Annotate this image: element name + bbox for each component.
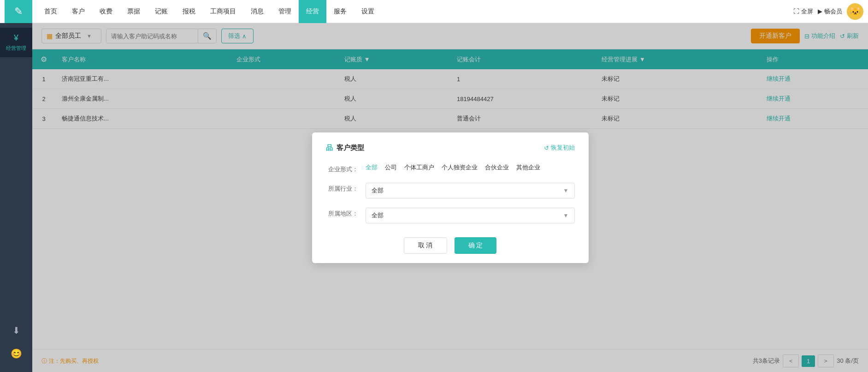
sidebar-bottom: ⬇ 😊 [7,321,26,372]
sidebar: ¥ 经营管理 ⬇ 😊 [0,23,32,372]
sidebar-item-label: 经营管理 [6,45,26,52]
type-other[interactable]: 其他企业 [516,163,540,172]
nav-home[interactable]: 首页 [37,0,65,23]
nav-service[interactable]: 服务 [326,0,354,23]
enterprise-types: 全部 公司 个体工商户 个人独资企业 合伙企业 其他企业 [366,163,575,172]
industry-value: 全部 [372,186,384,195]
type-all[interactable]: 全部 [366,163,378,172]
industry-arrow-icon: ▼ [563,187,569,194]
filter-dialog: 品 客户类型 ↺ 恢复初始 企业形式： 全部 公司 个体工商户 [312,132,589,263]
industry-select[interactable]: 全部 ▼ [366,183,575,198]
dialog-title-text: 客户类型 [337,144,364,152]
avatar[interactable]: 🐱 [847,3,863,20]
cancel-button[interactable]: 取 消 [404,237,447,254]
type-partnership[interactable]: 合伙企业 [485,163,509,172]
type-company[interactable]: 公司 [385,163,397,172]
region-field: 全部 ▼ [366,208,575,223]
nav-industry[interactable]: 工商项目 [203,0,243,23]
fullscreen-icon: ⛶ [793,8,799,15]
nav-fee[interactable]: 收费 [92,0,120,23]
dialog-header: 品 客户类型 ↺ 恢复初始 [326,144,575,152]
dialog-title: 品 客户类型 [326,144,364,152]
yuan-icon: ¥ [14,33,18,43]
industry-label: 所属行业： [326,183,358,193]
nav-message[interactable]: 消息 [243,0,271,23]
main-content: ▦ 全部员工 ▼ 🔍 筛选 ∧ 开通新客户 ⊟ 功能介绍 ↺ 刷新 [32,23,868,372]
fullscreen-label: 全屏 [801,7,813,16]
nav-accounting[interactable]: 记账 [148,0,175,23]
nav-settings[interactable]: 设置 [354,0,382,23]
dialog-footer: 取 消 确 定 [326,237,575,254]
download-icon[interactable]: ⬇ [9,321,24,340]
enterprise-form-label: 企业形式： [326,163,358,174]
nav-bills[interactable]: 票据 [120,0,148,23]
reset-icon: ↺ [544,144,549,151]
logo-icon: ✎ [14,6,23,18]
dialog-title-icon: 品 [326,144,333,152]
fullscreen-btn[interactable]: ⛶ 全屏 [793,7,813,16]
top-nav: ✎ 首页 客户 收费 票据 记账 报税 工商项目 消息 管理 经营 服务 设置 … [0,0,868,23]
region-label: 所属地区： [326,208,358,218]
layout: ¥ 经营管理 ⬇ 😊 ▦ 全部员工 ▼ 🔍 筛选 ∧ 开通新客户 [0,23,868,372]
logo: ✎ [5,0,32,23]
nav-customer[interactable]: 客户 [65,0,92,23]
nav-items: 首页 客户 收费 票据 记账 报税 工商项目 消息 管理 经营 服务 设置 [37,0,793,23]
nav-operation[interactable]: 经营 [299,0,326,23]
member-btn[interactable]: ▶ 畅会员 [818,7,842,16]
help-icon[interactable]: 😊 [7,344,26,363]
overlay[interactable]: 品 客户类型 ↺ 恢复初始 企业形式： 全部 公司 个体工商户 [32,23,868,372]
nav-tax[interactable]: 报税 [175,0,203,23]
reset-label: 恢复初始 [551,144,575,152]
nav-right: ⛶ 全屏 ▶ 畅会员 🐱 [793,3,863,20]
sidebar-item-operation[interactable]: ¥ 经营管理 [0,28,32,57]
play-icon: ▶ [818,8,822,15]
region-row: 所属地区： 全部 ▼ [326,208,575,223]
region-arrow-icon: ▼ [563,212,569,219]
type-sole-proprietorship[interactable]: 个人独资企业 [442,163,478,172]
dialog-reset-button[interactable]: ↺ 恢复初始 [544,144,575,152]
region-value: 全部 [372,211,384,220]
member-label: 畅会员 [824,7,842,16]
region-select[interactable]: 全部 ▼ [366,208,575,223]
industry-row: 所属行业： 全部 ▼ [326,183,575,198]
nav-manage[interactable]: 管理 [271,0,299,23]
type-individual[interactable]: 个体工商户 [404,163,434,172]
confirm-button[interactable]: 确 定 [455,237,497,254]
enterprise-form-row: 企业形式： 全部 公司 个体工商户 个人独资企业 合伙企业 其他企业 [326,163,575,174]
enterprise-form-field: 全部 公司 个体工商户 个人独资企业 合伙企业 其他企业 [366,163,575,172]
industry-field: 全部 ▼ [366,183,575,198]
